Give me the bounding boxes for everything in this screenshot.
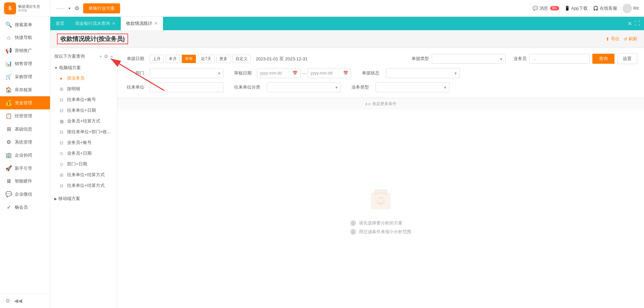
sidebar-item-purchase-label: 采购管理 (15, 74, 32, 80)
system-icon: ⚙ (5, 139, 12, 145)
doc-status-select[interactable]: ▾ (386, 68, 460, 78)
sidebar-item-quicknav[interactable]: ⌂ 快捷导航 (0, 31, 50, 44)
desktop-section-title[interactable]: ▼ 电脑端方案 (50, 63, 117, 73)
collapse-sidebar-icon[interactable]: ◀◀ (14, 298, 22, 304)
dept-date-icon: ⊙ (60, 162, 65, 167)
quicknav-icon: ⌂ (5, 35, 12, 41)
maximize-btn[interactable]: ⛶ (635, 20, 640, 27)
review-date-end[interactable]: yyyy-mm-dd 📅 (308, 68, 351, 78)
panel-item-salesperson[interactable]: ● 按业务员 (50, 73, 117, 84)
panel-item-staff-settle[interactable]: ▦ 业务员+结算方式 (50, 116, 117, 126)
panel-item-detail[interactable]: ⊞ 按明细 (50, 84, 117, 94)
svg-rect-3 (377, 199, 384, 200)
app-download-btn[interactable]: 📱 App下载 (565, 5, 588, 11)
date-btn-this-month[interactable]: 本月 (166, 55, 180, 63)
salesperson-select[interactable]: ··· (529, 54, 590, 64)
desktop-section: ▼ 电脑端方案 ● 按业务员 ⊞ 按明细 ⊟ 往来单位+账号 (50, 61, 117, 192)
tab-home[interactable]: 首页 (50, 17, 70, 30)
mobile-section-title[interactable]: ▶ 移动端方案 (50, 194, 117, 204)
online-service-btn[interactable]: 🎧 在线客服 (593, 5, 617, 11)
sidebar-item-corp[interactable]: 🏢 企业协同 (0, 149, 50, 162)
content-area: 按以下方案查询 + ⚙ « ▼ 电脑端方案 ● 按业务员 (50, 48, 644, 308)
breadcrumb-dropdown[interactable]: ▾ (68, 6, 70, 11)
sidebar-item-business-label: 经营管理 (15, 113, 32, 119)
panel-item-partner-date[interactable]: ⊟ 往来单位+日期 (50, 105, 117, 116)
panel-item-staff-acct[interactable]: ⊟ 业务员+账号 (50, 137, 117, 148)
sidebar-item-system[interactable]: ⚙ 系统管理 (0, 136, 50, 149)
panel-item-staff-date[interactable]: ⊙ 业务员+日期 (50, 148, 117, 159)
hardware-icon: 🖥 (5, 178, 12, 184)
sidebar-item-member[interactable]: ✓ 畅会员 (0, 201, 50, 214)
doc-type-select[interactable]: ▾ (432, 54, 505, 64)
purchase-icon: 🛒 (5, 73, 12, 80)
sidebar-item-quicknav-label: 快捷导航 (15, 35, 32, 41)
user-btn[interactable]: Rit (623, 4, 639, 13)
partner-acct-icon: ⊟ (60, 97, 65, 102)
sidebar-item-marketing[interactable]: 📢 营销推广 (0, 44, 50, 57)
export-icon: ⬆ (606, 37, 609, 42)
close-all-tabs-btn[interactable]: ✕ (628, 20, 632, 27)
tip-num-1: 1 (350, 220, 356, 226)
tab-bank-flow-close[interactable]: ✕ (112, 21, 115, 26)
partner-settle2-icon: ⊟ (60, 183, 65, 188)
messages-btn[interactable]: 💬 消息 99+ (533, 5, 559, 11)
sidebar-item-guide[interactable]: 🚀 新手引导 (0, 162, 50, 175)
sidebar-item-purchase[interactable]: 🛒 采购管理 (0, 70, 50, 83)
topbar-gear-icon[interactable]: ⚙ (74, 5, 79, 11)
calendar-start-icon: 📅 (292, 71, 298, 75)
sidebar-footer: ⚙ ◀◀ (0, 293, 50, 308)
dept-select[interactable]: ▾ (150, 68, 223, 78)
page-header-actions: ⬆ 导出 ↺ 刷新 (606, 36, 637, 42)
message-icon: 💬 (533, 6, 538, 11)
salesperson-more-icon: ··· (532, 56, 536, 61)
sidebar-item-inventory[interactable]: 🏠 库存核算 (0, 83, 50, 96)
bank-flow-tab-label: 现金银行流水查询 (75, 20, 110, 27)
tabbar: 首页 现金银行流水查询 ✕ 收款情况统计 ✕ ✕ ⛶ (50, 17, 644, 30)
tab-bank-flow[interactable]: 现金银行流水查询 ✕ (70, 17, 121, 30)
date-btn-custom[interactable]: 自定义 (232, 55, 251, 63)
sidebar-item-basic[interactable]: ⊞ 基础信息 (0, 122, 50, 136)
date-separator: — (302, 71, 306, 76)
export-button[interactable]: ⬆ 导出 (606, 36, 620, 42)
settings-button[interactable]: 设置 (617, 53, 637, 64)
collapse-bar[interactable]: ∧∧ 收起更多条件 (117, 98, 644, 109)
panel-item-partner-settle2[interactable]: ⊟ 往来单位+结算方式 (50, 180, 117, 191)
inventory-icon: 🏠 (5, 87, 12, 93)
sidebar-item-guide-label: 新手引导 (15, 165, 32, 171)
query-button[interactable]: 查询 (592, 54, 614, 64)
trial-button[interactable]: 体验行业方案 (83, 3, 120, 13)
biz-type-select[interactable]: ▾ (376, 82, 449, 92)
panel-item-dept-date[interactable]: ⊙ 部门+日期 (50, 159, 117, 169)
panel-collapse-btn[interactable]: « (110, 54, 113, 59)
panel-add-btn[interactable]: + (99, 54, 102, 59)
settings-footer-icon[interactable]: ⚙ (5, 298, 10, 304)
date-btn-more[interactable]: 更多 (216, 55, 230, 63)
panel-item-partner-acct[interactable]: ⊟ 往来单位+账号 (50, 94, 117, 105)
tab-receipts-close[interactable]: ✕ (154, 21, 158, 26)
tab-receipts[interactable]: 收款情况统计 ✕ (121, 17, 163, 30)
partner-more-btn[interactable]: ··· (153, 85, 156, 90)
partner-select[interactable]: ··· (150, 82, 223, 92)
sidebar-item-wechat[interactable]: 💬 企业微信 (0, 188, 50, 201)
download-icon: 📱 (565, 6, 570, 11)
tabbar-end: ✕ ⛶ (624, 20, 644, 27)
calendar-end-icon: 📅 (343, 71, 348, 75)
date-label: 单据日期 (124, 56, 144, 62)
sidebar-item-search[interactable]: 🔍 搜索菜单 (0, 18, 50, 31)
sidebar-item-sales[interactable]: 📊 销售管理 (0, 57, 50, 70)
partner-label: 往来单位 (124, 84, 144, 90)
sidebar-item-business[interactable]: 📋 经营管理 (0, 109, 50, 122)
page-title: 收款情况统计(按业务员) (57, 34, 128, 44)
partner-type-select[interactable]: ▾ (267, 82, 341, 92)
date-btn-this-year[interactable]: 本年 (182, 55, 196, 63)
corp-icon: 🏢 (5, 152, 12, 158)
sidebar-item-finance[interactable]: 💰 资金管理 (0, 96, 50, 109)
panel-item-partner-settle1[interactable]: ⊞ 往来单位+结算方式 (50, 169, 117, 180)
date-btn-7days[interactable]: 近7天 (198, 55, 214, 63)
panel-settings-btn[interactable]: ⚙ (104, 54, 108, 59)
review-date-start[interactable]: yyyy-mm-dd 📅 (257, 68, 301, 78)
refresh-button[interactable]: ↺ 刷新 (624, 36, 637, 42)
panel-item-partner-dept[interactable]: ⊟ 按往来单位+部门+收... (50, 126, 117, 137)
sidebar-item-hardware[interactable]: 🖥 智能硬件 (0, 175, 50, 188)
date-btn-last-month[interactable]: 上月 (150, 55, 164, 63)
